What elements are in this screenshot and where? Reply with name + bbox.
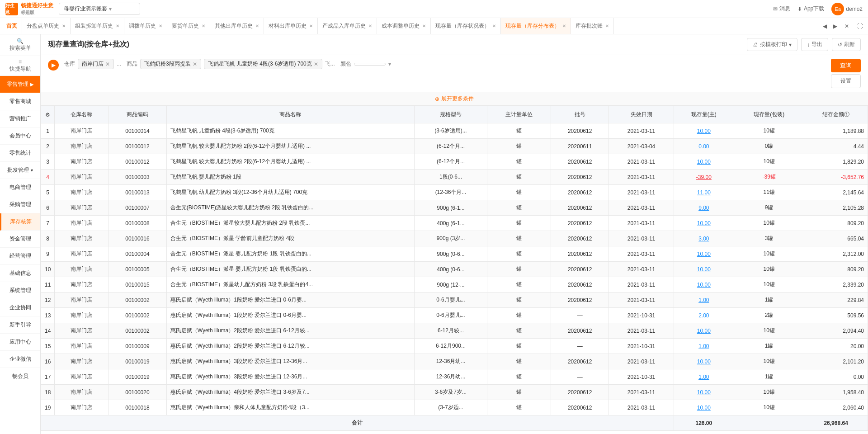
sidebar-item-label: 应用中心 bbox=[0, 338, 40, 346]
sidebar-item-retail[interactable]: 零售管理 ▶ bbox=[0, 76, 40, 93]
sidebar-item-member[interactable]: 会员中心 bbox=[0, 127, 40, 145]
tab-close-icon[interactable]: ✕ bbox=[116, 24, 119, 28]
sidebar-item-purchase[interactable]: 采购管理 bbox=[0, 196, 40, 213]
tab-fullscreen-btn[interactable]: ⛶ bbox=[854, 21, 866, 31]
sidebar-item-biz[interactable]: 经营管理 bbox=[0, 248, 40, 265]
color-input[interactable] bbox=[354, 63, 386, 66]
row-qty-main[interactable]: 10.00 bbox=[674, 400, 734, 415]
tab-prev-btn[interactable]: ◀ bbox=[820, 23, 830, 29]
tab-close-icon[interactable]: ✕ bbox=[605, 24, 609, 28]
sidebar-item-label: 畅会员 bbox=[0, 373, 40, 380]
row-qty-main[interactable]: 1.00 bbox=[674, 292, 734, 308]
logo-icon: 好生意 bbox=[5, 3, 18, 15]
row-name: 惠氏启赋（Wyeth illuma）亲和人体儿童配方奶粉4段（3... bbox=[166, 400, 414, 415]
product-close-icon[interactable]: ✕ bbox=[314, 61, 318, 67]
sidebar-item-appCenter[interactable]: 应用中心 bbox=[0, 334, 40, 351]
sidebar-search[interactable]: 🔍 搜索英单 bbox=[0, 34, 40, 56]
settings-btn[interactable]: 设置 bbox=[831, 74, 861, 88]
row-qty-main[interactable]: 9.00 bbox=[674, 200, 734, 216]
app-download-btn[interactable]: ⬇ App下载 bbox=[797, 5, 824, 13]
tab-close-icon[interactable]: ✕ bbox=[62, 24, 66, 28]
filter-toggle-btn[interactable]: ▶ bbox=[48, 60, 59, 71]
tab-tiaopan[interactable]: 调拨单历史 ✕ bbox=[124, 18, 167, 34]
tab-chengpinru[interactable]: 产成品入库单历史 ✕ bbox=[318, 18, 377, 34]
row-qty-main[interactable]: 1.00 bbox=[674, 369, 734, 385]
row-qty-main[interactable]: 10.00 bbox=[674, 246, 734, 262]
tab-yaohuo[interactable]: 要货单历史 ✕ bbox=[167, 18, 210, 34]
row-amount: 665.04 bbox=[804, 231, 868, 246]
warehouse-more-icon[interactable]: ... bbox=[117, 61, 121, 67]
product-tag-1[interactable]: 飞鹤奶粉3段丙提装 ✕ bbox=[140, 59, 201, 69]
warehouse-close-icon[interactable]: ✕ bbox=[105, 61, 110, 67]
footer-qty-total: 126.00 bbox=[674, 415, 734, 431]
refresh-btn[interactable]: ↺ 刷新 bbox=[832, 38, 861, 51]
tab-close-icon[interactable]: ✕ bbox=[368, 24, 372, 28]
row-qty-main[interactable]: 10.00 bbox=[674, 262, 734, 277]
sidebar-item-vip[interactable]: 畅会员 bbox=[0, 368, 40, 385]
warehouse-tag[interactable]: 南岸门店 ✕ bbox=[78, 59, 114, 69]
row-qty-main[interactable]: 1.00 bbox=[674, 339, 734, 354]
row-qty-main[interactable]: 10.00 bbox=[674, 277, 734, 292]
color-dropdown-icon[interactable]: ▾ bbox=[388, 61, 391, 67]
user-menu[interactable]: Ea demo2 bbox=[831, 3, 863, 15]
tab-next-btn[interactable]: ▶ bbox=[830, 23, 840, 29]
row-no: 9 bbox=[41, 246, 55, 262]
sidebar-item-marketing[interactable]: 营销推广 bbox=[0, 110, 40, 127]
table-row: 13 南岸门店 00100002 惠氏启赋（Wyeth illuma）1段奶粉 … bbox=[41, 308, 868, 323]
tab-close-icon[interactable]: ✕ bbox=[202, 24, 205, 28]
sidebar-item-wholesale[interactable]: 批发管理 ▾ bbox=[0, 162, 40, 179]
tab-close-icon[interactable]: ✕ bbox=[562, 24, 566, 28]
tab-home[interactable]: 首页 bbox=[2, 18, 22, 34]
product-more-icon[interactable]: 飞... bbox=[325, 60, 335, 68]
col-settings[interactable]: ⚙ bbox=[41, 106, 55, 123]
sidebar-item-coop[interactable]: 企业协同 bbox=[0, 299, 40, 316]
print-btn[interactable]: 🖨 按模板打印 ▾ bbox=[747, 38, 797, 51]
sidebar-item-finance[interactable]: 资金管理 bbox=[0, 231, 40, 248]
tab-fenban[interactable]: 分盘点单历史 ✕ bbox=[22, 18, 71, 34]
tab-close-icon[interactable]: ✕ bbox=[422, 24, 426, 28]
tab-zuche[interactable]: 组装拆卸单历史 ✕ bbox=[71, 18, 124, 34]
tab-qitachu[interactable]: 其他出库单历史 ✕ bbox=[210, 18, 264, 34]
row-warehouse: 南岸门店 bbox=[55, 154, 108, 170]
sidebar-item-guide[interactable]: 新手引导 bbox=[0, 316, 40, 334]
product-tag-2[interactable]: 飞鹤星飞帆 儿童奶粉 4段(3-6岁适用) 700克 ✕ bbox=[204, 59, 322, 69]
row-qty-main[interactable]: 10.00 bbox=[674, 323, 734, 339]
row-qty-main[interactable]: 2.00 bbox=[674, 308, 734, 323]
sidebar-item-stats[interactable]: 零售统计 bbox=[0, 145, 40, 162]
message-btn[interactable]: ✉ 消息 bbox=[773, 5, 790, 13]
tab-close-icon[interactable]: ✕ bbox=[255, 24, 259, 28]
tab-cailiaochu[interactable]: 材料出库单历史 ✕ bbox=[264, 18, 318, 34]
tab-chengben[interactable]: 成本调整单历史 ✕ bbox=[377, 18, 431, 34]
sidebar-item-inventory[interactable]: 库存核算 bbox=[0, 213, 40, 231]
row-qty-main[interactable]: 0.00 bbox=[674, 139, 734, 154]
row-qty-main[interactable]: -39.00 bbox=[674, 170, 734, 185]
row-name: 合生元（BIOSTIME）派星 婴儿配方奶粉 1段 乳铁蛋白的... bbox=[166, 262, 414, 277]
tab-pici[interactable]: 库存批次账 ✕ bbox=[571, 18, 614, 34]
tab-close-icon[interactable]: ✕ bbox=[159, 24, 162, 28]
row-qty-main[interactable]: 11.00 bbox=[674, 185, 734, 200]
product-close-icon[interactable]: ✕ bbox=[193, 61, 197, 67]
sidebar-nav[interactable]: ≡ 快捷导航 bbox=[0, 56, 40, 76]
tab-label: 成本调整单历史 bbox=[382, 22, 420, 30]
expand-btn[interactable]: ⊕ 展开更多条件 bbox=[435, 95, 474, 103]
sidebar-item-wechat[interactable]: 企业微信 bbox=[0, 351, 40, 368]
sidebar-item-shop[interactable]: 零售商城 bbox=[0, 93, 40, 110]
query-btn[interactable]: 查询 bbox=[831, 59, 861, 72]
row-qty-pkg: 10罐 bbox=[734, 385, 804, 400]
tab-close-all-btn[interactable]: ✕ bbox=[841, 21, 853, 31]
row-qty-main[interactable]: 10.00 bbox=[674, 354, 734, 369]
sidebar-item-system[interactable]: 系统管理 bbox=[0, 282, 40, 299]
tab-close-icon[interactable]: ✕ bbox=[309, 24, 313, 28]
sidebar-item-basic[interactable]: 基础信息 bbox=[0, 265, 40, 282]
export-btn[interactable]: ↓ 导出 bbox=[801, 38, 828, 51]
row-qty-main[interactable]: 10.00 bbox=[674, 123, 734, 139]
org-selector[interactable]: 母婴行业演示账套 ▾ bbox=[59, 3, 140, 15]
row-qty-main[interactable]: 10.00 bbox=[674, 216, 734, 231]
sidebar-item-ecom[interactable]: 电商管理 bbox=[0, 179, 40, 196]
tab-close-icon[interactable]: ✕ bbox=[492, 24, 496, 28]
row-qty-main[interactable]: 3.00 bbox=[674, 231, 734, 246]
row-qty-main[interactable]: 10.00 bbox=[674, 385, 734, 400]
tab-xianzailiang2[interactable]: 现存量（库存分布表） ✕ bbox=[501, 18, 571, 34]
tab-xianzailiang1[interactable]: 现存量（库存状况表） ✕ bbox=[431, 18, 501, 34]
row-qty-main[interactable]: 10.00 bbox=[674, 154, 734, 170]
